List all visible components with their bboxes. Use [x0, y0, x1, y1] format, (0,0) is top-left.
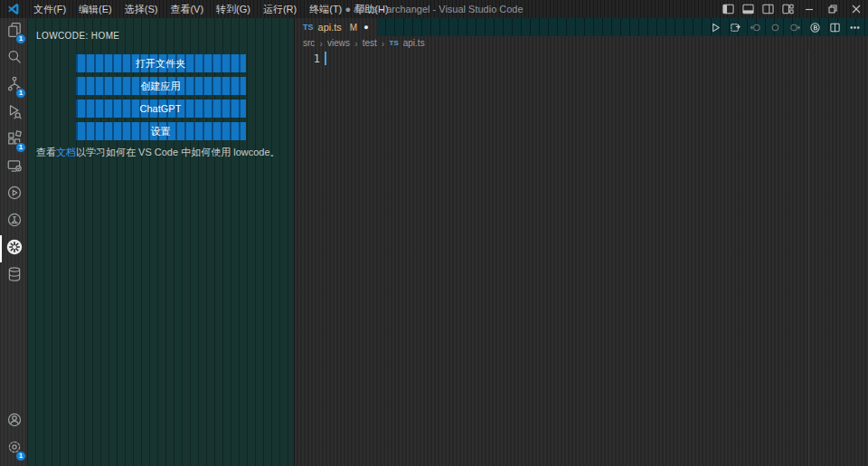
- panel-buttons: 打开文件夹 创建应用 ChatGPT 设置: [76, 54, 246, 140]
- activity-item-lowcode[interactable]: [0, 235, 27, 262]
- create-app-button[interactable]: 创建应用: [76, 77, 246, 95]
- line-number: 1: [307, 52, 320, 65]
- breadcrumb-views[interactable]: views: [327, 38, 350, 48]
- runner-circle-icon: [6, 185, 23, 204]
- docs-hint-prefix: 查看: [36, 147, 56, 157]
- activity-spacer: [0, 290, 27, 408]
- code-editor[interactable]: 1: [295, 50, 868, 466]
- activity-bar: 1 1 1 1: [0, 18, 27, 466]
- more-actions-icon[interactable]: [847, 20, 862, 34]
- breadcrumb-src[interactable]: src: [303, 38, 315, 48]
- activity-item-source-control[interactable]: 1: [0, 72, 27, 100]
- settings-button[interactable]: 设置: [76, 122, 246, 140]
- activity-item-account[interactable]: [0, 408, 27, 435]
- titlebar: 文件(F) 编辑(E) 选择(S) 查看(V) 转到(G) 运行(R) 终端(T…: [0, 0, 868, 18]
- editor-ruler: [808, 50, 809, 466]
- activity-item-settings[interactable]: 1: [0, 435, 27, 462]
- toggle-panel-icon[interactable]: [738, 0, 758, 18]
- activity-item-database[interactable]: [0, 262, 27, 290]
- panel-title: LOWCODE: HOME: [36, 31, 119, 41]
- nav-back-icon[interactable]: [748, 20, 762, 34]
- breadcrumb-api-ts[interactable]: api.ts: [403, 38, 425, 48]
- menu-selection[interactable]: 选择(S): [118, 0, 165, 18]
- source-control-badge: 1: [15, 88, 26, 99]
- typescript-file-icon: TS: [303, 23, 314, 32]
- run-debug-icon: [6, 103, 23, 123]
- customize-layout-icon[interactable]: [778, 0, 797, 18]
- tab-label: api.ts: [318, 22, 342, 33]
- toggle-secondary-sidebar-icon[interactable]: [758, 0, 778, 18]
- activity-item-tools-circle[interactable]: [0, 208, 27, 235]
- activity-item-run-debug[interactable]: [0, 100, 27, 127]
- split-editor-icon[interactable]: [827, 20, 842, 34]
- docs-hint-suffix: 以学习如何在 VS Code 中如何使用 lowcode。: [76, 147, 280, 157]
- breadcrumb: src › views › test › TS api.ts: [295, 36, 868, 50]
- dirty-indicator-icon[interactable]: ●: [363, 23, 368, 32]
- editor-group: TS api.ts M ● src › views › test › TS ap…: [294, 18, 868, 466]
- menu-view[interactable]: 查看(V): [164, 0, 210, 18]
- menu-terminal[interactable]: 终端(T): [303, 0, 348, 18]
- close-button[interactable]: [844, 0, 868, 18]
- breadcrumb-test[interactable]: test: [363, 38, 377, 48]
- menu-goto[interactable]: 转到(G): [210, 0, 257, 18]
- nav-dot-icon[interactable]: [768, 20, 782, 34]
- toggle-primary-sidebar-icon[interactable]: [718, 0, 738, 18]
- minimize-button[interactable]: [797, 0, 821, 18]
- circle-b-icon[interactable]: [807, 20, 822, 34]
- explorer-badge: 1: [15, 33, 26, 44]
- preview-icon[interactable]: [728, 20, 742, 34]
- lowcode-icon: [5, 238, 24, 260]
- nav-forward-icon[interactable]: [788, 20, 802, 34]
- settings-badge: 1: [15, 451, 26, 461]
- extensions-badge: 1: [15, 142, 26, 153]
- panel-header: LOWCODE: HOME: [27, 18, 294, 48]
- menu-edit[interactable]: 编辑(E): [72, 0, 118, 18]
- git-modified-badge: M: [350, 23, 357, 33]
- vscode-logo-icon: [7, 2, 22, 16]
- restore-button[interactable]: [821, 0, 844, 18]
- activity-item-explorer[interactable]: 1: [0, 18, 27, 45]
- text-cursor: [325, 52, 326, 65]
- database-icon: [6, 266, 23, 286]
- breadcrumb-separator: ›: [319, 38, 323, 49]
- activity-item-search[interactable]: [0, 45, 27, 72]
- docs-hint-text: 查看文档以学习如何在 VS Code 中如何使用 lowcode。: [36, 146, 285, 159]
- run-icon[interactable]: [708, 20, 722, 34]
- tools-circle-icon: [6, 212, 23, 232]
- activity-item-remote-explorer[interactable]: [0, 154, 27, 181]
- remote-explorer-icon: [6, 157, 23, 177]
- docs-link[interactable]: 文档: [56, 147, 76, 157]
- open-folder-button[interactable]: 打开文件夹: [76, 54, 246, 72]
- activity-item-runner-circle[interactable]: [0, 181, 27, 208]
- chatgpt-button[interactable]: ChatGPT: [76, 100, 246, 118]
- editor-actions: [708, 18, 868, 36]
- tab-strip: TS api.ts M ●: [295, 18, 868, 36]
- typescript-file-icon: TS: [390, 39, 399, 47]
- account-icon: [6, 412, 23, 432]
- lowcode-home-panel: LOWCODE: HOME 打开文件夹 创建应用 ChatGPT 设置 查看文档…: [27, 18, 294, 466]
- activity-item-extensions[interactable]: 1: [0, 127, 27, 154]
- tab-api-ts[interactable]: TS api.ts M ●: [295, 18, 377, 36]
- breadcrumb-separator: ›: [382, 38, 385, 49]
- window-title: ● api.ts - archangel - Visual Studio Cod…: [344, 4, 523, 14]
- menu-file[interactable]: 文件(F): [27, 0, 72, 18]
- breadcrumb-separator: ›: [354, 38, 358, 49]
- search-icon: [6, 49, 23, 69]
- menu-run[interactable]: 运行(R): [257, 0, 303, 18]
